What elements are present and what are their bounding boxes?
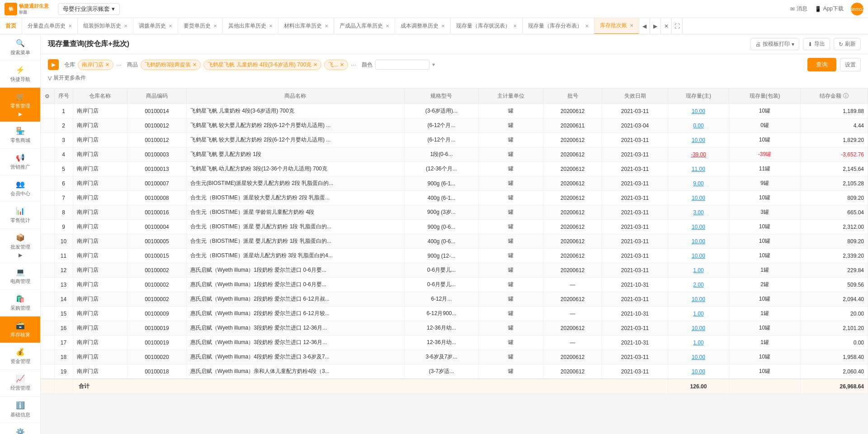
row-qty-main[interactable]: 10.00: [668, 249, 729, 263]
product-tag-3-close[interactable]: ✕: [340, 62, 344, 68]
sidebar-item-basic[interactable]: ℹ️ 基础信息: [0, 396, 40, 423]
sidebar-item-inventory[interactable]: 🗃️ 库存核算: [0, 316, 40, 343]
tab-qtchuku-close[interactable]: ✕: [269, 24, 273, 28]
refresh-btn[interactable]: ↻ 刷新: [834, 38, 861, 50]
sidebar-item-search[interactable]: 🔍 搜索菜单: [0, 34, 40, 61]
row-qty-pkg: 10罐: [729, 364, 801, 379]
row-code: 00100020: [127, 350, 187, 364]
tab-cailiao-close[interactable]: ✕: [325, 24, 328, 28]
tab-tiaobo[interactable]: 调拨单历史 ✕: [133, 18, 178, 34]
row-qty-main[interactable]: 1.00: [668, 335, 729, 350]
ecommerce-icon: 💻: [16, 268, 25, 276]
warehouse-tag[interactable]: 南岸门店 ✕: [78, 60, 113, 70]
tab-fenp-close[interactable]: ✕: [68, 24, 72, 28]
row-qty-main[interactable]: 10.00: [668, 104, 729, 118]
row-qty-main[interactable]: 1.00: [668, 263, 729, 278]
print-btn[interactable]: 🖨 按模板打印 ▾: [750, 38, 799, 50]
sidebar-item-retail[interactable]: 🛒 零售管理 ▶: [0, 88, 40, 122]
product-tag-1-close[interactable]: ✕: [193, 62, 197, 68]
tab-close-all-btn[interactable]: ✕: [661, 18, 672, 34]
sidebar-item-operations[interactable]: 📈 经营管理: [0, 370, 40, 396]
product-tag-1[interactable]: 飞鹤奶粉3段两提装 ✕: [141, 60, 201, 70]
sidebar-item-retail-shop[interactable]: 🏪 零售商城: [0, 122, 40, 149]
tab-fenp[interactable]: 分量盘点单历史 ✕: [22, 18, 78, 34]
sidebar-toggle-btn[interactable]: ▶: [48, 59, 59, 70]
sidebar-item-batch[interactable]: 📦 批发管理 ▶: [0, 229, 40, 263]
expand-conditions-btn[interactable]: ⋁ 展开更多条件: [48, 74, 861, 82]
tab-chengben[interactable]: 成本调整单历史 ✕: [395, 18, 451, 34]
row-qty-main[interactable]: 2.00: [668, 278, 729, 292]
row-expire: 2021-10-31: [602, 307, 668, 321]
row-unit: 罐: [478, 292, 543, 307]
tab-home[interactable]: 首页: [0, 18, 22, 34]
col-setting[interactable]: ⚙: [41, 89, 54, 104]
tab-yaohuo-close[interactable]: ✕: [213, 24, 217, 28]
sidebar-item-system[interactable]: ⚙️ 系统管理: [0, 423, 40, 434]
sidebar-item-search-label: 搜索菜单: [10, 49, 30, 56]
row-qty-main[interactable]: -39.00: [668, 147, 729, 162]
app-download-btn[interactable]: 📱 App下载: [815, 5, 844, 13]
sidebar-item-member[interactable]: 👥 会员中心: [0, 175, 40, 202]
row-num: 5: [54, 162, 73, 176]
color-filter-input[interactable]: [375, 60, 429, 70]
row-qty-main[interactable]: 10.00: [668, 133, 729, 147]
tab-cailiao[interactable]: 材料出库单历史 ✕: [278, 18, 334, 34]
tab-kupicizhan[interactable]: 库存批次账 ✕: [594, 18, 639, 34]
row-spec: 900g (0-6...: [405, 220, 479, 234]
tab-prev-btn[interactable]: ◀: [639, 18, 650, 34]
row-warehouse: 南岸门店: [73, 176, 127, 191]
tab-zuhe-close[interactable]: ✕: [124, 24, 127, 28]
tab-chanpinru[interactable]: 产成品入库单历史 ✕: [334, 18, 395, 34]
warehouse-dots[interactable]: ···: [116, 61, 122, 68]
row-spec: (3-6岁适用)...: [405, 104, 479, 118]
row-qty-main[interactable]: 10.00: [668, 234, 729, 249]
tab-next-btn[interactable]: ▶: [650, 18, 661, 34]
row-qty-main[interactable]: 10.00: [668, 364, 729, 379]
product-dots[interactable]: ···: [351, 61, 356, 68]
row-spec: 12-36月幼...: [405, 321, 479, 335]
query-btn[interactable]: 查询: [807, 58, 836, 71]
product-tag-3[interactable]: 飞... ✕: [324, 60, 348, 70]
row-qty-main[interactable]: 10.00: [668, 321, 729, 335]
row-qty-main[interactable]: 10.00: [668, 292, 729, 307]
avatar[interactable]: demo2: [851, 3, 863, 15]
table-row: 19 南岸门店 00100018 惠氏启赋（Wyeth illuma）亲和人体儿…: [41, 364, 868, 379]
message-btn[interactable]: ✉ 消息: [790, 5, 807, 13]
tab-chengben-close[interactable]: ✕: [441, 24, 445, 28]
row-qty-main[interactable]: 0.00: [668, 118, 729, 133]
tab-tiaobo-close[interactable]: ✕: [169, 24, 172, 28]
tab-fullscreen-btn[interactable]: ⛶: [672, 18, 683, 34]
tab-yaohuo[interactable]: 要货单历史 ✕: [178, 18, 223, 34]
tab-xianzaiku1-close[interactable]: ✕: [513, 24, 517, 28]
row-qty-main[interactable]: 1.00: [668, 307, 729, 321]
tab-xianzaiku2[interactable]: 现存量（库存分布表） ✕: [523, 18, 594, 34]
row-spec: 900g (3岁...: [405, 205, 479, 220]
sidebar-item-quicknav[interactable]: ⚡ 快捷导航: [0, 61, 40, 88]
sidebar-item-ecommerce[interactable]: 💻 电商管理: [0, 263, 40, 290]
row-qty-main[interactable]: 10.00: [668, 220, 729, 234]
sidebar-item-purchase[interactable]: 🛍️ 采购管理: [0, 290, 40, 316]
row-qty-main[interactable]: 9.00: [668, 176, 729, 191]
row-num: 1: [54, 104, 73, 118]
setting-btn[interactable]: 设置: [840, 58, 861, 71]
sidebar-item-retail-stat[interactable]: 📊 零售统计: [0, 202, 40, 229]
export-btn[interactable]: ⬇ 导出: [803, 38, 830, 50]
row-qty-main[interactable]: 10.00: [668, 350, 729, 364]
row-qty-main[interactable]: 3.00: [668, 205, 729, 220]
tab-zuhe[interactable]: 组装拆卸单历史 ✕: [78, 18, 133, 34]
row-qty-main[interactable]: 10.00: [668, 191, 729, 205]
tab-chanpinru-close[interactable]: ✕: [386, 24, 389, 28]
row-batch: 20200612: [543, 133, 602, 147]
warehouse-tag-close[interactable]: ✕: [105, 62, 109, 68]
row-qty-main[interactable]: 11.00: [668, 162, 729, 176]
sidebar-item-finance[interactable]: 💰 资金管理: [0, 343, 40, 370]
company-selector[interactable]: 母婴行业演示账套 ▾: [58, 3, 120, 15]
product-tag-2[interactable]: 飞鹤星飞帆 儿童奶粉 4段(3-6岁适用) 700克 ✕: [203, 60, 321, 70]
tab-kupicizhan-close[interactable]: ✕: [630, 23, 633, 28]
row-unit: 罐: [478, 307, 543, 321]
product-tag-2-close[interactable]: ✕: [313, 62, 317, 68]
sidebar-item-marketing[interactable]: 📢 营销推广: [0, 149, 40, 175]
tab-xianzaiku1[interactable]: 现存量（库存状况表） ✕: [451, 18, 523, 34]
tab-xianzaiku2-close[interactable]: ✕: [585, 24, 589, 28]
tab-qtchuku[interactable]: 其他出库单历史 ✕: [223, 18, 278, 34]
